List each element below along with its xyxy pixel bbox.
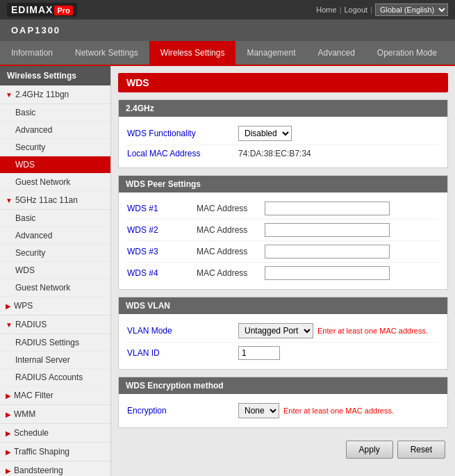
tab-network-settings[interactable]: Network Settings xyxy=(64,41,149,65)
sidebar-item-advanced-2g[interactable]: Advanced xyxy=(0,122,110,139)
sidebar-item-basic-5g[interactable]: Basic xyxy=(0,210,110,227)
arrow-icon-wmm: ▶ xyxy=(6,411,11,418)
sidebar-item-radius-accounts[interactable]: RADIUS Accounts xyxy=(0,369,110,386)
sidebar-item-guest-2g[interactable]: Guest Network xyxy=(0,174,110,191)
sidebar-5ghz-label: 5GHz 11ac 11an xyxy=(15,195,78,205)
tab-management[interactable]: Management xyxy=(235,41,306,65)
sidebar-item-radius[interactable]: ▼ RADIUS xyxy=(0,315,110,334)
sidebar-item-security-2g[interactable]: Security xyxy=(0,139,110,156)
sep2: | xyxy=(370,6,372,14)
label-local-mac: Local MAC Address xyxy=(127,149,238,158)
sidebar-2_4ghz-label: 2.4GHz 11bgn xyxy=(15,90,69,99)
sidebar-item-wds-2g[interactable]: WDS xyxy=(0,156,110,174)
sidebar-item-traffic[interactable]: ▶ Traffic Shaping xyxy=(0,443,110,461)
sidebar-wmm-label: WMM xyxy=(14,409,35,419)
main-layout: Wireless Settings ▼ 2.4GHz 11bgn Basic A… xyxy=(0,66,455,476)
enc-hint: Enter at least one MAC address. xyxy=(283,407,394,415)
sidebar-item-2_4ghz[interactable]: ▼ 2.4GHz 11bgn xyxy=(0,85,110,104)
value-local-mac: 74:DA:38:EC:B7:34 xyxy=(238,149,439,158)
sidebar-item-mac-filter[interactable]: ▶ MAC Filter xyxy=(0,386,110,405)
select-wds-functionality[interactable]: Disabled Enabled xyxy=(238,126,292,141)
tab-operation-mode[interactable]: Operation Mode xyxy=(366,41,448,65)
section-header-encryption: WDS Encryption method xyxy=(119,377,447,394)
arrow-icon-schedule: ▶ xyxy=(6,429,11,437)
arrow-icon-band: ▶ xyxy=(6,467,11,475)
sidebar-item-internal-server[interactable]: Internal Server xyxy=(0,352,110,369)
vlan-label-mode: VLAN Mode xyxy=(127,326,238,336)
nav-tabs: Information Network Settings Wireless Se… xyxy=(0,41,455,66)
section-header-peer: WDS Peer Settings xyxy=(119,176,447,192)
top-bar-right: Home | Logout | Global (English) xyxy=(316,3,448,16)
language-select[interactable]: Global (English) xyxy=(375,3,448,16)
sidebar-item-security-5g[interactable]: Security xyxy=(0,245,110,262)
apply-button[interactable]: Apply xyxy=(346,441,393,459)
arrow-icon-traffic: ▶ xyxy=(6,448,11,456)
vlan-id-input[interactable] xyxy=(238,346,280,360)
sidebar-item-radius-settings[interactable]: RADIUS Settings xyxy=(0,334,110,352)
peer-input-1[interactable] xyxy=(265,202,390,215)
sidebar: Wireless Settings ▼ 2.4GHz 11bgn Basic A… xyxy=(0,66,111,476)
tab-information[interactable]: Information xyxy=(0,41,64,65)
peer-row-3: WDS #3 MAC Address xyxy=(127,241,439,263)
section-2_4ghz: 2.4GHz WDS Functionality Disabled Enable… xyxy=(118,99,448,168)
page-title: WDS xyxy=(118,73,448,92)
select-vlan-mode[interactable]: Untagged Port Tagged Port xyxy=(238,323,313,338)
row-local-mac: Local MAC Address 74:DA:38:EC:B7:34 xyxy=(127,145,439,162)
tab-advanced[interactable]: Advanced xyxy=(306,41,365,65)
section-vlan: WDS VLAN VLAN Mode Untagged Port Tagged … xyxy=(118,297,448,370)
peer-input-3[interactable] xyxy=(265,245,390,258)
sep1: | xyxy=(340,6,342,14)
vlan-value-mode: Untagged Port Tagged Port Enter at least… xyxy=(238,323,428,338)
section-header-vlan: WDS VLAN xyxy=(119,297,447,314)
button-bar: Apply Reset xyxy=(118,435,448,464)
peer-input-4[interactable] xyxy=(265,266,390,280)
sidebar-mac-label: MAC Filter xyxy=(14,391,53,400)
peer-mac-label-3: MAC Address xyxy=(197,247,259,256)
home-link[interactable]: Home xyxy=(316,6,336,14)
sidebar-schedule-label: Schedule xyxy=(14,428,49,438)
tab-wireless-settings[interactable]: Wireless Settings xyxy=(149,41,236,65)
logo-pro: Pro xyxy=(54,6,72,15)
section-body-peer: WDS #1 MAC Address WDS #2 MAC Address WD… xyxy=(119,192,447,289)
logo-box: EDIMAXPro xyxy=(7,3,77,17)
sidebar-item-bandsteering[interactable]: ▶ Bandsteering xyxy=(0,461,110,476)
peer-row-1: WDS #1 MAC Address xyxy=(127,198,439,220)
arrow-icon-radius: ▼ xyxy=(6,321,13,329)
sidebar-item-basic-2g[interactable]: Basic xyxy=(0,104,110,122)
section-peer: WDS Peer Settings WDS #1 MAC Address WDS… xyxy=(118,175,448,290)
section-header-2_4ghz: 2.4GHz xyxy=(119,100,447,117)
peer-label-1: WDS #1 xyxy=(127,204,197,213)
peer-input-2[interactable] xyxy=(265,223,390,237)
sidebar-band-label: Bandsteering xyxy=(14,466,63,475)
arrow-icon-mac: ▶ xyxy=(6,392,11,400)
reset-button[interactable]: Reset xyxy=(397,441,445,459)
arrow-icon-5g: ▼ xyxy=(6,197,13,204)
logo: EDIMAXPro xyxy=(7,3,77,17)
vlan-hint: Enter at least one MAC address. xyxy=(317,327,428,335)
enc-label: Encryption xyxy=(127,406,238,416)
sidebar-header: Wireless Settings xyxy=(0,66,110,85)
sidebar-item-wmm[interactable]: ▶ WMM xyxy=(0,405,110,424)
peer-label-4: WDS #4 xyxy=(127,268,197,278)
sidebar-item-guest-5g[interactable]: Guest Network xyxy=(0,279,110,297)
peer-mac-label-2: MAC Address xyxy=(197,225,259,235)
label-wds-functionality: WDS Functionality xyxy=(127,129,238,138)
enc-value: None WEP WPA Enter at least one MAC addr… xyxy=(238,403,394,418)
sidebar-item-5ghz[interactable]: ▼ 5GHz 11ac 11an xyxy=(0,191,110,210)
section-body-2_4ghz: WDS Functionality Disabled Enabled Local… xyxy=(119,117,447,167)
sidebar-item-wds-5g[interactable]: WDS xyxy=(0,262,110,279)
enc-row: Encryption None WEP WPA Enter at least o… xyxy=(127,400,439,422)
sidebar-wps-label: WPS xyxy=(14,301,33,311)
sidebar-traffic-label: Traffic Shaping xyxy=(14,447,69,457)
sidebar-radius-label: RADIUS xyxy=(15,320,47,329)
select-encryption[interactable]: None WEP WPA xyxy=(238,403,279,418)
peer-label-2: WDS #2 xyxy=(127,225,197,235)
sidebar-item-schedule[interactable]: ▶ Schedule xyxy=(0,424,110,443)
vlan-row-mode: VLAN Mode Untagged Port Tagged Port Ente… xyxy=(127,320,439,343)
vlan-label-id: VLAN ID xyxy=(127,348,238,358)
sidebar-item-advanced-5g[interactable]: Advanced xyxy=(0,227,110,245)
logo-edimax: EDIMAX xyxy=(11,4,53,15)
model-bar: OAP1300 xyxy=(0,19,455,41)
sidebar-item-wps[interactable]: ▶ WPS xyxy=(0,297,110,315)
logout-link[interactable]: Logout xyxy=(344,6,367,14)
